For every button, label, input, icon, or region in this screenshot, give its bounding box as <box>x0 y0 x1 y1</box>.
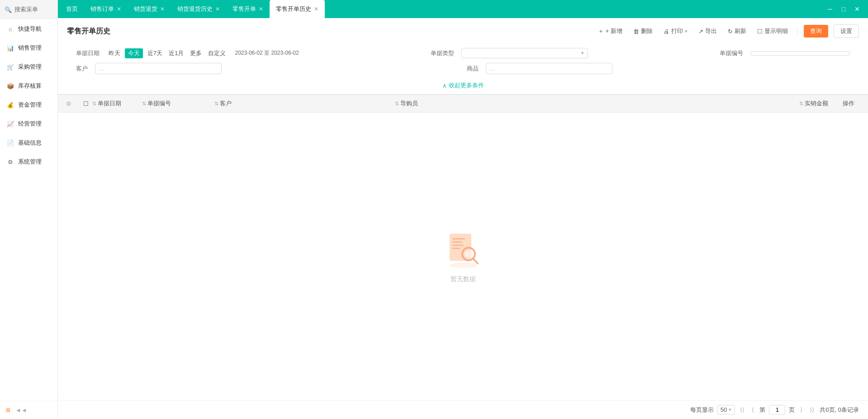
print-button[interactable]: 🖨 打印 ▾ <box>661 25 690 37</box>
filter-row-1: 单据日期 昨天 今天 近7天 近1月 更多 自定义 2023-06-02 至 2… <box>76 48 850 58</box>
minimize-button[interactable]: ─ <box>825 5 835 14</box>
date-yesterday[interactable]: 昨天 <box>107 48 122 58</box>
page-header: 零售开单历史 ＋ + 新增 🗑 删除 🖨 打印 ▾ <box>58 18 868 94</box>
num-filter-label: 单据编号 <box>720 49 743 57</box>
col-guide-label: 导购员 <box>400 99 418 108</box>
tab-home-label: 首页 <box>66 5 78 13</box>
empty-state: 暂无数据 <box>58 113 868 400</box>
tab-sales-return-close[interactable]: ✕ <box>160 6 165 12</box>
close-button[interactable]: ✕ <box>853 5 862 14</box>
customer-filter-input[interactable]: ... <box>95 63 222 74</box>
settings-button[interactable]: 设置 <box>834 24 859 38</box>
delete-icon: 🗑 <box>633 28 639 35</box>
total-text: 共0页, 0条记录 <box>820 406 859 414</box>
delete-label: 删除 <box>641 27 653 35</box>
money-icon: 💰 <box>6 101 14 109</box>
date-filter-label: 单据日期 <box>76 49 100 57</box>
sidebar-search[interactable]: 🔍 搜索采单 <box>0 0 57 19</box>
date-1month[interactable]: 近1月 <box>167 48 185 58</box>
col-date[interactable]: ⇅ 单据日期 <box>88 99 138 108</box>
sort-icon: ⇅ <box>395 101 399 107</box>
col-amount[interactable]: ⇅ 实销金额 <box>787 99 833 108</box>
col-actions: 操作 <box>833 99 864 108</box>
type-filter-select[interactable]: ▾ <box>461 48 588 58</box>
sidebar-item-label: 基础信息 <box>18 139 42 147</box>
page-number-input[interactable] <box>769 405 785 414</box>
num-filter-input[interactable] <box>750 51 850 56</box>
tab-retail-open-history-close[interactable]: ✕ <box>314 6 318 12</box>
sidebar-bottom: ⚙ ◄◄ <box>0 401 57 419</box>
sidebar-item-label: 快捷导航 <box>18 25 42 33</box>
sidebar-search-label: 搜索采单 <box>14 5 38 14</box>
sidebar-item-system[interactable]: ⚙ 系统管理 <box>0 152 57 171</box>
date-range-value: 2023-06-02 至 2023-06-02 <box>235 49 299 57</box>
display-button[interactable]: ☐ 显示明细 <box>754 25 791 37</box>
export-label: 导出 <box>705 27 717 35</box>
svg-rect-5 <box>452 248 460 249</box>
page-label: 页 <box>789 406 795 414</box>
chevron-down-icon: ▾ <box>581 50 584 56</box>
svg-line-8 <box>473 259 478 264</box>
main-area: 首页 销售订单 ✕ 销货退货 ✕ 销货退货历史 ✕ 零售开单 ✕ 零售开单历史 … <box>58 0 868 419</box>
sidebar-item-operations[interactable]: 📈 经营管理 <box>0 114 57 133</box>
sidebar-item-inventory[interactable]: 📦 库存核算 <box>0 76 57 95</box>
chart-icon: 📊 <box>6 44 14 52</box>
refresh-label: 刷新 <box>735 27 746 35</box>
sort-icon: ⇅ <box>142 101 146 107</box>
collapse-sidebar-button[interactable]: ◄◄ <box>15 407 27 414</box>
sidebar-item-purchase-mgmt[interactable]: 🛒 采购管理 <box>0 57 57 76</box>
export-icon: ↗ <box>698 28 703 35</box>
tab-retail-open-close[interactable]: ✕ <box>259 6 263 12</box>
tab-sales-return-history-close[interactable]: ✕ <box>215 6 220 12</box>
col-guide[interactable]: ⇅ 导购员 <box>390 99 436 108</box>
sort-icon: ⇅ <box>799 101 803 107</box>
goods-filter-input[interactable]: ... <box>486 63 612 74</box>
settings-gear-button[interactable]: ⚙ <box>5 407 11 414</box>
sort-icon: ⇅ <box>92 101 96 107</box>
date-today[interactable]: 今天 <box>125 48 143 58</box>
add-button[interactable]: ＋ + 新增 <box>595 25 625 37</box>
tab-retail-open[interactable]: 零售开单 ✕ <box>226 0 270 18</box>
content-area: 零售开单历史 ＋ + 新增 🗑 删除 🖨 打印 ▾ <box>58 18 868 419</box>
tab-sales-return-history[interactable]: 销货退货历史 ✕ <box>171 0 226 18</box>
first-page-button[interactable]: ⟨⟨ <box>738 405 746 414</box>
query-button[interactable]: 查询 <box>804 25 828 38</box>
date-custom[interactable]: 自定义 <box>206 48 228 58</box>
col-date-label: 单据日期 <box>98 99 121 108</box>
next-page-button[interactable]: ⟩ <box>798 405 804 414</box>
sidebar-item-finance[interactable]: 💰 资金管理 <box>0 95 57 114</box>
col-num[interactable]: ⇅ 单据编号 <box>138 99 210 108</box>
box-icon: 📦 <box>6 82 14 90</box>
sidebar-item-quick-nav[interactable]: ⌂ 快捷导航 <box>0 19 57 38</box>
tab-sales-return[interactable]: 销货退货 ✕ <box>128 0 171 18</box>
goods-placeholder: ... <box>490 65 495 72</box>
maximize-button[interactable]: □ <box>839 5 848 14</box>
per-page-value: 50 <box>721 406 727 413</box>
sidebar-item-sales-mgmt[interactable]: 📊 销售管理 <box>0 38 57 57</box>
customer-placeholder: ... <box>99 65 104 72</box>
last-page-button[interactable]: ⟩⟩ <box>808 405 816 414</box>
print-label: 打印 <box>671 27 683 35</box>
collapse-label: 收起更多条件 <box>449 81 484 89</box>
prev-page-button[interactable]: ⟨ <box>750 405 756 414</box>
tab-sales-order-close[interactable]: ✕ <box>117 6 121 12</box>
page-label-before: 第 <box>759 406 765 414</box>
col-customer[interactable]: ⇅ 客户 <box>210 99 390 108</box>
tab-sales-order[interactable]: 销售订单 ✕ <box>84 0 128 18</box>
date-7days[interactable]: 近7天 <box>146 48 164 58</box>
tab-retail-open-history[interactable]: 零售开单历史 ✕ <box>270 0 325 18</box>
export-button[interactable]: ↗ 导出 <box>696 25 720 37</box>
refresh-button[interactable]: ↻ 刷新 <box>725 25 749 37</box>
select-all-checkbox[interactable]: ☐ <box>79 100 88 107</box>
col-customer-label: 客户 <box>220 99 232 108</box>
sidebar-item-label: 库存核算 <box>18 82 42 90</box>
column-settings-icon[interactable]: ⚙ <box>62 100 76 107</box>
collapse-bar[interactable]: ∧ 收起更多条件 <box>76 79 850 94</box>
sidebar-item-basic-info[interactable]: 📄 基础信息 <box>0 133 57 152</box>
date-more[interactable]: 更多 <box>188 48 204 58</box>
tab-home[interactable]: 首页 <box>60 0 84 18</box>
per-page-select[interactable]: 50 ▾ <box>717 405 735 414</box>
delete-button[interactable]: 🗑 删除 <box>631 25 655 37</box>
toolbar-divider <box>797 28 797 35</box>
svg-rect-4 <box>452 245 464 246</box>
